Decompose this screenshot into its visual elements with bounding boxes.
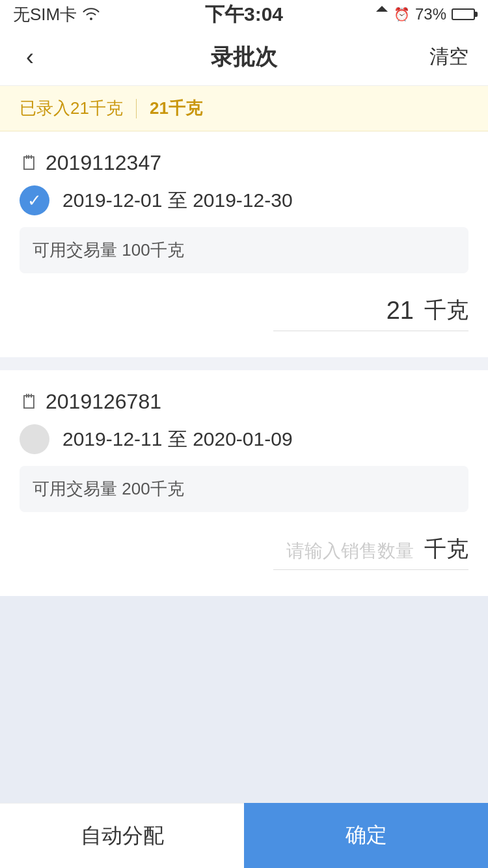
battery-percent: 73% [415,5,446,23]
batch2-unit: 千克 [424,534,468,564]
confirm-button[interactable]: 确定 [244,803,488,868]
auto-distribute-button[interactable]: 自动分配 [0,803,244,868]
clear-button[interactable]: 清空 [429,44,468,70]
batch1-card: 🗒 2019112347 ✓ 2019-12-01 至 2019-12-30 可… [0,131,488,289]
status-right: ⏰ 73% [375,5,475,23]
batch2-row: 2019-12-11 至 2020-01-09 [20,424,468,454]
batch1-id: 2019112347 [46,151,161,175]
status-left: 无SIM卡 [13,3,100,26]
checkmark-icon: ✓ [27,191,42,211]
batch2-radio[interactable] [20,424,49,454]
page-title: 录批次 [211,42,277,72]
batch2-quantity-input[interactable] [219,536,414,563]
batch2-input-inner: 千克 [20,528,468,564]
back-button[interactable]: ‹ [20,37,40,77]
batch2-id: 2019126781 [46,390,161,414]
batch1-row: ✓ 2019-12-01 至 2019-12-30 [20,185,468,215]
batch2-header: 🗒 2019126781 [20,390,468,414]
batch2-input-section: 千克 [0,528,488,596]
batch1-availability: 可用交易量 100千克 [20,227,468,273]
batch2-card: 🗒 2019126781 2019-12-11 至 2020-01-09 可用交… [0,370,488,528]
battery-icon [452,8,475,20]
batch1-radio[interactable]: ✓ [20,185,49,215]
status-bar: 无SIM卡 下午3:04 ⏰ 73% [0,0,488,29]
summary-banner: 已录入21千克 21千克 [0,86,488,131]
batch1-quantity-value: 21 [386,297,414,325]
summary-divider [136,99,137,118]
nav-bar: ‹ 录批次 清空 [0,29,488,86]
entered-label: 已录入21千克 [20,97,123,120]
bottom-bar: 自动分配 确定 [0,803,488,868]
wifi-icon [82,5,100,25]
summary-value: 21千克 [150,97,202,120]
status-time: 下午3:04 [205,1,283,28]
batch2-date: 2019-12-11 至 2020-01-09 [62,426,293,453]
batch1-input-section: 21 千克 [0,289,488,357]
batch2-availability: 可用交易量 200千克 [20,466,468,512]
batch1-icon: 🗒 [20,152,39,174]
batch2-icon: 🗒 [20,391,39,413]
location-icon [375,5,388,23]
alarm-icon: ⏰ [394,7,410,22]
batch1-header: 🗒 2019112347 [20,151,468,175]
section-divider [0,357,488,370]
batch1-date: 2019-12-01 至 2019-12-30 [62,187,293,214]
batch1-input-inner: 21 千克 [20,289,468,325]
no-sim-text: 无SIM卡 [13,3,77,26]
batch1-unit: 千克 [424,295,468,325]
